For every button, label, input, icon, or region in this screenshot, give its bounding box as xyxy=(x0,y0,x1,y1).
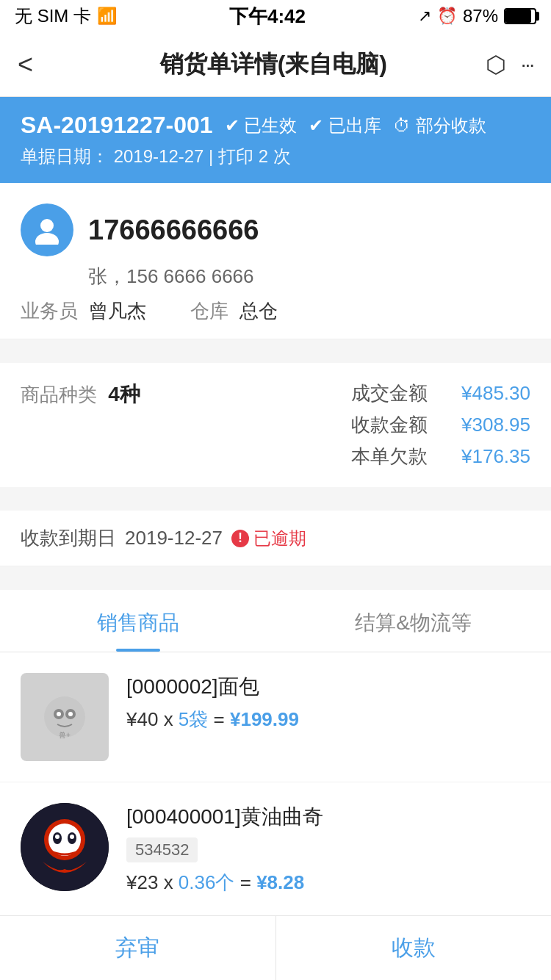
product-sku-2: 534532 xyxy=(126,837,198,862)
product-name-2: [000400001]黄油曲奇 xyxy=(126,803,530,831)
wifi-signal-icon: 📶 xyxy=(97,7,117,26)
stats-section: 商品种类 4种 成交金额 ¥485.30 收款金额 ¥308.95 本单欠款 ¥… xyxy=(0,363,551,487)
category-label: 商品种类 xyxy=(21,383,97,406)
debt-row: 本单欠款 ¥176.35 xyxy=(351,444,530,469)
svg-point-1 xyxy=(35,233,59,245)
warehouse-value: 总仓 xyxy=(240,300,278,322)
status-shipped: ✔ 已出库 xyxy=(309,114,381,137)
price-base-2: ¥23 xyxy=(126,871,158,893)
product-price-1: ¥40 x 5袋 = ¥199.99 xyxy=(126,707,530,732)
received-label: 收款金额 xyxy=(351,412,428,438)
product-item-1: 兽+ [0000002]面包 ¥40 x 5袋 = ¥199.99 xyxy=(0,652,551,782)
status-partial-payment: ⏱ 部分收款 xyxy=(393,114,486,137)
customer-section: 17666666666 张，156 6666 6666 业务员 曾凡杰 仓库 总… xyxy=(0,183,551,339)
category-count: 4种 xyxy=(108,383,140,406)
product-info-2: [000400001]黄油曲奇 534532 ¥23 x 0.36个 = ¥8.… xyxy=(126,803,530,896)
more-icon[interactable]: ··· xyxy=(521,53,533,76)
overdue-dot-icon: ! xyxy=(231,530,249,547)
battery-icon xyxy=(504,8,536,24)
product-price-2: ¥23 x 0.36个 = ¥8.28 xyxy=(126,870,530,896)
section-gap-2 xyxy=(0,487,551,499)
debt-label: 本单欠款 xyxy=(351,444,428,469)
share-icon[interactable]: ⬡ xyxy=(486,51,506,79)
warehouse-label: 仓库 xyxy=(190,300,228,322)
price-total-1: ¥199.99 xyxy=(230,708,299,730)
page-title: 销货单详情(来自电脑) xyxy=(62,48,486,81)
warehouse-meta: 仓库 总仓 xyxy=(190,298,278,324)
order-id: SA-20191227-001 xyxy=(21,112,213,139)
deal-amount-label: 成交金额 xyxy=(351,381,428,406)
nav-actions: ⬡ ··· xyxy=(486,51,533,79)
price-total-2: ¥8.28 xyxy=(256,871,304,893)
due-date-label: 收款到期日 xyxy=(21,525,116,551)
product-thumb-1: 兽+ xyxy=(21,673,109,761)
svg-point-5 xyxy=(57,712,61,716)
avatar xyxy=(21,203,73,256)
date-label: 单据日期： xyxy=(21,146,109,166)
product-image-icon xyxy=(21,803,109,891)
stats-left: 商品种类 4种 xyxy=(21,381,140,408)
no-sim-text: 无 SIM 卡 xyxy=(15,4,91,28)
customer-sub-info: 张，156 6666 6666 xyxy=(88,264,530,289)
product-thumb-2 xyxy=(21,803,109,891)
svg-point-13 xyxy=(55,835,60,839)
tab-settlement[interactable]: 结算&物流等 xyxy=(276,590,551,652)
svg-point-14 xyxy=(70,835,74,839)
price-base-1: ¥40 xyxy=(126,708,158,730)
collect-button[interactable]: 收款 xyxy=(276,916,552,980)
product-item-2: [000400001]黄油曲奇 534532 ¥23 x 0.36个 = ¥8.… xyxy=(0,782,551,917)
status-right: ↗ ⏰ 87% xyxy=(418,6,536,26)
battery-text: 87% xyxy=(463,6,498,26)
section-gap-3 xyxy=(0,566,551,578)
product-list: 兽+ [0000002]面包 ¥40 x 5袋 = ¥199.99 xyxy=(0,652,551,917)
info-banner: SA-20191227-001 ✔ 已生效 ✔ 已出库 ⏱ 部分收款 单据日期：… xyxy=(0,97,551,183)
back-button[interactable]: < xyxy=(18,49,62,80)
stats-right: 成交金额 ¥485.30 收款金额 ¥308.95 本单欠款 ¥176.35 xyxy=(351,381,530,469)
sales-label: 业务员 xyxy=(21,300,78,322)
price-qty-1: 5袋 xyxy=(179,708,208,730)
location-icon: ↗ xyxy=(418,7,431,26)
due-date-value: 2019-12-27 xyxy=(125,527,223,550)
svg-text:兽+: 兽+ xyxy=(59,731,71,739)
received-value: ¥308.95 xyxy=(442,414,530,436)
sales-value: 曾凡杰 xyxy=(89,300,146,322)
alarm-icon: ⏰ xyxy=(437,7,457,26)
reject-button[interactable]: 弃审 xyxy=(0,916,276,980)
overdue-badge: ! 已逾期 xyxy=(231,527,306,550)
date-value: 2019-12-27 | 打印 2 次 xyxy=(114,146,291,166)
product-name-1: [0000002]面包 xyxy=(126,673,530,701)
status-left: 无 SIM 卡 📶 xyxy=(15,4,117,28)
deal-amount-row: 成交金额 ¥485.30 xyxy=(351,381,530,406)
status-time: 下午4:42 xyxy=(229,4,306,29)
banner-top: SA-20191227-001 ✔ 已生效 ✔ 已出库 ⏱ 部分收款 xyxy=(21,112,530,139)
deal-amount-value: ¥485.30 xyxy=(442,382,530,405)
product-info-1: [0000002]面包 ¥40 x 5袋 = ¥199.99 xyxy=(126,673,530,732)
customer-row: 17666666666 xyxy=(21,203,530,256)
sales-meta: 业务员 曾凡杰 xyxy=(21,298,146,324)
bottom-bar: 弃审 收款 xyxy=(0,915,551,980)
tabs-section: 销售商品 结算&物流等 xyxy=(0,590,551,652)
overdue-text: 已逾期 xyxy=(253,527,306,550)
debt-value: ¥176.35 xyxy=(442,445,530,468)
svg-point-0 xyxy=(40,219,54,232)
customer-phone: 17666666666 xyxy=(88,215,259,246)
owl-placeholder-icon: 兽+ xyxy=(43,695,87,739)
nav-bar: < 销货单详情(来自电脑) ⬡ ··· xyxy=(0,32,551,97)
tab-products[interactable]: 销售商品 xyxy=(0,590,276,652)
status-bar: 无 SIM 卡 📶 下午4:42 ↗ ⏰ 87% xyxy=(0,0,551,32)
received-row: 收款金额 ¥308.95 xyxy=(351,412,530,438)
due-date-section: 收款到期日 2019-12-27 ! 已逾期 xyxy=(0,511,551,566)
status-activated: ✔ 已生效 xyxy=(225,114,298,137)
price-qty-2: 0.36个 xyxy=(179,871,235,893)
banner-date: 单据日期： 2019-12-27 | 打印 2 次 xyxy=(21,145,530,168)
svg-point-6 xyxy=(68,712,73,716)
section-gap-1 xyxy=(0,339,551,351)
customer-meta: 业务员 曾凡杰 仓库 总仓 xyxy=(21,298,530,324)
